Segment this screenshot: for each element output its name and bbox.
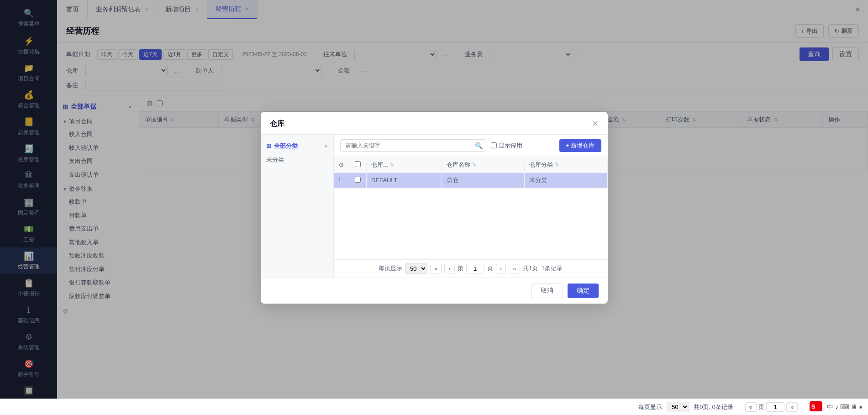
row-category: 未分类: [525, 173, 607, 188]
dialog-left-panel: ⊞ 全部分类 « 未分类: [261, 135, 334, 278]
dialog-left-collapse[interactable]: «: [325, 143, 328, 149]
show-disabled-label[interactable]: 显示停用: [491, 142, 522, 150]
taskbar-page-nav: « 页 »: [745, 402, 798, 412]
confirm-button[interactable]: 确定: [568, 284, 599, 298]
cancel-button[interactable]: 取消: [531, 284, 563, 298]
dialog-left-uncategorized[interactable]: 未分类: [261, 153, 333, 167]
svg-text:S: S: [811, 403, 815, 410]
taskbar-brand-icon: S: [810, 401, 822, 413]
col-checkbox-header: [350, 157, 367, 173]
dialog-toolbar: 🔍 显示停用 + 新增仓库: [334, 135, 608, 157]
dialog-page-input[interactable]: [466, 264, 484, 273]
dialog-total: 共1页, 1条记录: [523, 264, 563, 273]
modal-overlay: 仓库 ✕ ⊞ 全部分类 « 未分类 🔍: [0, 0, 868, 415]
col-settings: ⚙: [334, 157, 350, 173]
dialog-table-wrap: ⚙ 仓库... ⇅ 仓库名称 ⇅: [334, 157, 608, 259]
taskbar-page-label: 页: [758, 403, 764, 411]
taskbar: 每页显示 50 共0页, 0条记录 « 页 » S 中 ♪ ⌨ 🖥 ♦: [0, 399, 868, 415]
dialog-header: 仓库 ✕: [261, 112, 608, 135]
dialog-search-wrap: 🔍: [340, 139, 486, 152]
row-checkbox[interactable]: [350, 173, 367, 188]
col-warehouse-category: 仓库分类 ⇅: [525, 157, 607, 173]
taskbar-next-btn[interactable]: »: [786, 402, 798, 412]
pager-last-btn[interactable]: »: [509, 264, 520, 273]
dialog-search-input[interactable]: [340, 139, 486, 152]
dialog-body: ⊞ 全部分类 « 未分类 🔍 显示停用: [261, 135, 608, 278]
dialog-pager: 每页显示 50 « ‹ 第 页 › » 共1页, 1条记录: [334, 259, 608, 278]
warehouse-dialog: 仓库 ✕ ⊞ 全部分类 « 未分类 🔍: [261, 112, 608, 304]
pager-next-btn[interactable]: ›: [496, 264, 506, 273]
taskbar-page-input[interactable]: [766, 402, 784, 412]
taskbar-page-size-label: 每页显示: [638, 403, 662, 411]
dialog-page-num-label: 第: [458, 264, 463, 273]
dialog-table: ⚙ 仓库... ⇅ 仓库名称 ⇅: [334, 157, 608, 188]
row-settings: 1: [334, 173, 350, 188]
taskbar-extra-icons: 中 ♪ ⌨ 🖥 ♦: [827, 403, 863, 411]
dialog-right-panel: 🔍 显示停用 + 新增仓库 ⚙: [334, 135, 608, 278]
row-code: DEFAULT: [367, 173, 442, 188]
row-name: 总仓: [442, 173, 525, 188]
dialog-page-size-label: 每页显示: [379, 264, 402, 273]
row-select-checkbox[interactable]: [355, 177, 361, 183]
pager-first-btn[interactable]: «: [430, 264, 442, 273]
add-warehouse-button[interactable]: + 新增仓库: [559, 139, 601, 152]
taskbar-first-btn[interactable]: «: [745, 402, 757, 412]
dialog-title: 仓库: [270, 119, 284, 129]
taskbar-page-size-select[interactable]: 50: [667, 402, 689, 412]
dialog-left-title: 全部分类: [274, 142, 298, 150]
dialog-select-all[interactable]: [355, 161, 361, 167]
pager-prev-btn[interactable]: ‹: [444, 264, 454, 273]
taskbar-page-info: 共0页, 0条记录: [694, 403, 733, 411]
table-row[interactable]: 1 DEFAULT 总仓 未分类: [334, 173, 608, 188]
col-warehouse-code: 仓库... ⇅: [367, 157, 442, 173]
dialog-close-button[interactable]: ✕: [592, 120, 599, 128]
grid-icon-dialog: ⊞: [266, 142, 271, 149]
dialog-left-header[interactable]: ⊞ 全部分类 «: [261, 139, 333, 153]
col-warehouse-name: 仓库名称 ⇅: [442, 157, 525, 173]
dialog-page-size-select[interactable]: 50: [405, 263, 427, 274]
dialog-footer-actions: 取消 确定: [261, 278, 608, 304]
dialog-search-icon: 🔍: [475, 142, 483, 149]
show-disabled-checkbox[interactable]: [491, 142, 497, 148]
dialog-page-unit: 页: [487, 264, 493, 273]
